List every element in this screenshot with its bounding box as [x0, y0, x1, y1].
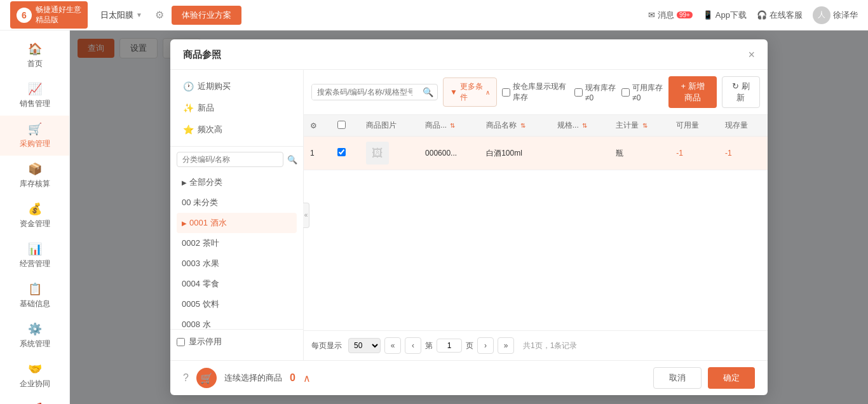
top-nav: 6 畅捷通好生意 精品版 日太阳膜 ▼ ⚙ 体验行业方案 ✉ 消息 99+ 📱 …: [0, 0, 868, 30]
online-service-btn[interactable]: 🎧 在线客服: [757, 10, 803, 21]
refresh-table-btn[interactable]: ↻ 刷新: [722, 76, 760, 108]
sidebar-item-base-info[interactable]: 📋 基础信息: [0, 276, 69, 316]
app-download-btn[interactable]: 📱 App下载: [703, 10, 747, 21]
sidebar-item-purchase[interactable]: 🛒 采购管理: [0, 116, 69, 156]
category-all[interactable]: ▶ 全部分类: [177, 172, 297, 192]
col-product-code[interactable]: 商品... ⇅: [419, 115, 480, 137]
message-icon: ✉: [648, 10, 655, 20]
clock-icon: 🕐: [183, 81, 194, 91]
cell-available: -1: [670, 137, 719, 170]
logo-text: 畅捷通好生意 精品版: [36, 5, 81, 25]
trial-btn[interactable]: 体验行业方案: [172, 6, 241, 25]
category-beverages[interactable]: 0005 饮料: [177, 294, 297, 314]
store-selector[interactable]: 日太阳膜 ▼: [95, 7, 147, 24]
col-current: 现存量: [719, 115, 768, 137]
cart-toggle-icon[interactable]: ∧: [303, 372, 311, 384]
product-search-input[interactable]: [312, 84, 417, 100]
category-search-icon[interactable]: 🔍: [287, 155, 297, 165]
show-disabled-checkbox[interactable]: [177, 338, 185, 346]
sort-icon: ⇅: [450, 122, 455, 129]
help-icon[interactable]: ?: [183, 372, 189, 384]
next-page-btn[interactable]: ›: [477, 337, 494, 354]
warehouse-checkbox-label[interactable]: 按仓库显示现有库存: [513, 81, 569, 103]
product-search-icon[interactable]: 🔍: [417, 87, 438, 97]
left-footer: 显示停用: [170, 329, 303, 354]
col-checkbox: [331, 115, 360, 137]
category-water[interactable]: 0008 水: [177, 314, 297, 329]
category-liquor[interactable]: ▶ 0001 酒水: [177, 213, 297, 233]
col-settings[interactable]: ⚙: [304, 115, 331, 137]
pagination: 每页显示 50 10 20 100 « ‹ 第 页: [304, 330, 768, 360]
modal-overlay: 商品参照 × 🕐 近期购买 ✨ 新: [70, 30, 868, 404]
warehouse-checkbox-item: 按仓库显示现有库存: [502, 81, 569, 103]
sort-unit-icon: ⇅: [642, 122, 648, 129]
warehouse-checkbox[interactable]: [502, 88, 510, 97]
category-snacks[interactable]: 0004 零食: [177, 274, 297, 294]
category-search-input[interactable]: [177, 152, 283, 167]
table-row[interactable]: 1 🖼 000600... 白酒100ml: [304, 137, 768, 170]
cell-spec: [551, 137, 609, 170]
available-nonzero-checkbox[interactable]: [621, 88, 630, 97]
headset-icon: 🎧: [757, 10, 767, 20]
sidebar-item-operations[interactable]: 📊 经营管理: [0, 236, 69, 276]
cart-icon[interactable]: 🛒: [196, 368, 217, 388]
image-icon: 🖼: [372, 147, 383, 160]
messages-btn[interactable]: ✉ 消息 99+: [648, 10, 693, 21]
page-number-input[interactable]: [437, 339, 462, 353]
left-panel-collapse-btn[interactable]: «: [303, 203, 309, 228]
confirm-btn[interactable]: 确定: [708, 367, 755, 389]
left-panel-tabs: 🕐 近期购买 ✨ 新品 ⭐ 频次高: [170, 76, 303, 140]
product-search-box: 🔍: [311, 84, 438, 100]
sidebar-item-system[interactable]: ⚙️ 系统管理: [0, 316, 69, 356]
cancel-btn[interactable]: 取消: [653, 367, 702, 389]
tab-recent-purchase[interactable]: 🕐 近期购买: [177, 76, 297, 97]
row-checkbox[interactable]: [337, 148, 346, 156]
category-fruit[interactable]: 0003 水果: [177, 253, 297, 274]
product-reference-modal: 商品参照 × 🕐 近期购买 ✨ 新: [170, 39, 768, 395]
settings-icon[interactable]: ⚙: [155, 9, 164, 21]
modal-header: 商品参照 ×: [170, 39, 768, 70]
available-nonzero-checkbox-item: 可用库存≠0: [621, 83, 663, 102]
modal-close-btn[interactable]: ×: [748, 48, 755, 62]
sidebar: 🏠 首页 📈 销售管理 🛒 采购管理 📦 库存核算 💰 资金管理 📊 经营管理 …: [0, 30, 70, 404]
category-arrow-icon: ▶: [182, 179, 187, 186]
sidebar-item-enterprise[interactable]: 🤝 企业协同: [0, 356, 69, 396]
select-all-checkbox[interactable]: [337, 121, 346, 129]
logo-icon: 6: [17, 8, 32, 23]
per-page-select[interactable]: 50 10 20 100: [348, 338, 381, 353]
category-tea[interactable]: 0002 茶叶: [177, 233, 297, 253]
prev-page-btn[interactable]: ‹: [405, 337, 421, 354]
per-page-label: 每页显示: [311, 340, 342, 351]
sidebar-item-inventory[interactable]: 📦 库存核算: [0, 156, 69, 196]
col-product-name[interactable]: 商品名称 ⇅: [480, 115, 551, 137]
page-label: 第: [425, 340, 433, 351]
left-panel: 🕐 近期购买 ✨ 新品 ⭐ 频次高: [170, 70, 304, 360]
stock-nonzero-label[interactable]: 现有库存≠0: [585, 83, 616, 102]
col-available: 可用量: [670, 115, 719, 137]
avatar: 人: [813, 6, 831, 24]
sidebar-item-sales[interactable]: 📈 销售管理: [0, 76, 69, 116]
nav-right: ✉ 消息 99+ 📱 App下载 🎧 在线客服 人 徐泽华: [648, 6, 858, 24]
col-spec[interactable]: 规格... ⇅: [551, 115, 609, 137]
sidebar-item-finance[interactable]: 💰 资金管理: [0, 196, 69, 236]
home-icon: 🏠: [28, 42, 42, 56]
page-label2: 页: [466, 340, 473, 351]
footer-actions: 取消 确定: [653, 367, 755, 389]
add-product-btn[interactable]: + 新增商品: [668, 76, 716, 108]
last-page-btn[interactable]: »: [498, 337, 514, 354]
product-table-area: ⚙ 商品图片 商品... ⇅ 商品名称 ⇅ 规格... ⇅ 主计量 ⇅ 可用量: [304, 115, 768, 330]
tab-high-freq[interactable]: ⭐ 频次高: [177, 119, 297, 140]
stock-nonzero-checkbox[interactable]: [574, 88, 583, 97]
col-unit[interactable]: 主计量 ⇅: [609, 115, 670, 137]
category-uncategorized[interactable]: 00 未分类: [177, 192, 297, 213]
cell-current: -1: [719, 137, 768, 170]
first-page-btn[interactable]: «: [384, 337, 401, 354]
tab-new-products[interactable]: ✨ 新品: [177, 98, 297, 118]
sidebar-item-guide[interactable]: 🚀 新手引导: [0, 396, 69, 404]
sidebar-item-home[interactable]: 🏠 首页: [0, 36, 69, 76]
available-nonzero-label[interactable]: 可用库存≠0: [632, 83, 663, 102]
right-toolbar: 🔍 ▼ 更多条件 ∧ 按仓库显示现有库存: [304, 70, 768, 115]
show-disabled-label[interactable]: 显示停用: [189, 336, 222, 347]
user-area[interactable]: 人 徐泽华: [813, 6, 858, 24]
more-filter-btn[interactable]: ▼ 更多条件 ∧: [443, 77, 497, 107]
